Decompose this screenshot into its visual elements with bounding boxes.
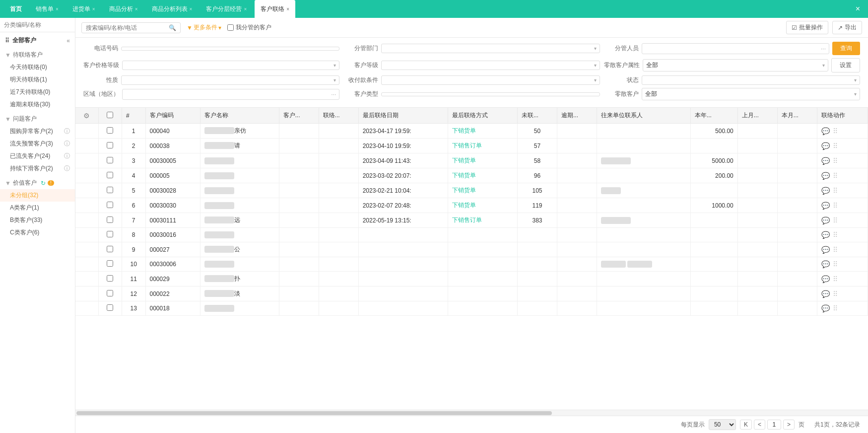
grid-action-icon-1[interactable]: ⠿ <box>833 142 838 150</box>
sidebar-item-declining[interactable]: 持续下滑客户(2) ⓘ <box>0 162 75 175</box>
contact-way-link-3[interactable]: 下销货单 <box>452 172 476 179</box>
close-customer-contact-icon[interactable]: × <box>286 6 289 12</box>
contact-way-link-1[interactable]: 下销售订单 <box>452 142 482 149</box>
customer-type-input[interactable] <box>381 92 600 96</box>
grid-action-icon-8[interactable]: ⠿ <box>833 246 838 254</box>
horizontal-scrollbar[interactable] <box>75 410 868 416</box>
row-last-way-12[interactable] <box>448 301 518 316</box>
chat-icon-5[interactable]: 💬 <box>821 202 830 210</box>
contact-way-link-0[interactable]: 下销货单 <box>452 127 476 134</box>
row-last-way-2[interactable]: 下销货单 <box>448 153 518 168</box>
region-input[interactable]: ··· <box>122 89 339 100</box>
tab-product-analysis-list[interactable]: 商品分析列表 × <box>146 0 199 18</box>
row-last-way-7[interactable] <box>448 228 518 242</box>
row-checkbox-input-2[interactable] <box>107 157 113 163</box>
grid-action-icon-5[interactable]: ⠿ <box>833 202 838 210</box>
sidebar-item-7days[interactable]: 近7天待联络(0) <box>0 86 75 98</box>
row-last-way-9[interactable] <box>448 257 518 272</box>
sidebar-item-churned[interactable]: 已流失客户(24) ⓘ <box>0 150 75 162</box>
row-last-way-1[interactable]: 下销售订单 <box>448 139 518 153</box>
row-checkbox-3[interactable] <box>98 168 122 183</box>
contact-way-link-4[interactable]: 下销货单 <box>452 187 476 194</box>
settings-icon[interactable]: ⚙ <box>83 112 90 120</box>
row-last-way-3[interactable]: 下销货单 <box>448 168 518 183</box>
row-checkbox-input-10[interactable] <box>107 275 113 282</box>
close-customer-stratification-icon[interactable]: × <box>244 6 247 12</box>
row-checkbox-8[interactable] <box>98 242 122 257</box>
home-tab[interactable]: 首页 <box>4 0 28 18</box>
sidebar-item-hoarding[interactable]: 囤购异常客户(2) ⓘ <box>0 125 75 138</box>
grid-action-icon-4[interactable]: ⠿ <box>833 187 838 195</box>
mine-checkbox[interactable] <box>227 24 234 31</box>
close-product-analysis-list-icon[interactable]: × <box>190 6 193 12</box>
row-checkbox-4[interactable] <box>98 183 122 198</box>
row-checkbox-7[interactable] <box>98 228 122 242</box>
row-checkbox-input-4[interactable] <box>107 187 113 193</box>
row-checkbox-0[interactable] <box>98 124 122 139</box>
chat-icon-2[interactable]: 💬 <box>821 157 830 165</box>
sidebar-item-churning[interactable]: 流失预警客户(3) ⓘ <box>0 138 75 150</box>
search-input[interactable] <box>86 24 167 31</box>
price-level-select[interactable]: ▾ <box>122 61 339 70</box>
scroll-thumb[interactable] <box>76 411 552 415</box>
grid-action-icon-0[interactable]: ⠿ <box>833 127 838 135</box>
chat-icon-9[interactable]: 💬 <box>821 260 830 268</box>
row-checkbox-9[interactable] <box>98 257 122 272</box>
row-last-way-8[interactable] <box>448 242 518 257</box>
dept-select[interactable]: ▾ <box>381 44 600 53</box>
row-checkbox-input-12[interactable] <box>107 304 113 311</box>
row-last-way-11[interactable] <box>448 287 518 301</box>
collapse-sidebar-icon[interactable]: « <box>67 37 70 44</box>
row-checkbox-input-5[interactable] <box>107 202 113 208</box>
row-checkbox-input-3[interactable] <box>107 172 113 178</box>
grid-action-icon-3[interactable]: ⠿ <box>833 172 838 180</box>
chat-icon-1[interactable]: 💬 <box>821 142 830 150</box>
grid-action-icon-7[interactable]: ⠿ <box>833 231 838 239</box>
tab-sales[interactable]: 销售单 × <box>30 0 65 18</box>
row-checkbox-10[interactable] <box>98 272 122 287</box>
row-last-way-0[interactable]: 下销货单 <box>448 124 518 139</box>
chat-icon-3[interactable]: 💬 <box>821 172 830 180</box>
row-checkbox-1[interactable] <box>98 139 122 153</box>
row-checkbox-input-7[interactable] <box>107 231 113 237</box>
row-checkbox-11[interactable] <box>98 287 122 301</box>
chat-icon-6[interactable]: 💬 <box>821 216 830 224</box>
more-conditions-btn[interactable]: ▼ 更多条件 ▾ <box>187 23 221 32</box>
grid-action-icon-10[interactable]: ⠿ <box>833 275 838 283</box>
close-sales-icon[interactable]: × <box>56 6 59 12</box>
batch-op-btn[interactable]: ☑ 批量操作 <box>786 21 828 34</box>
sidebar-item-a-class[interactable]: A类客户(1) <box>0 202 75 214</box>
query-btn[interactable]: 查询 <box>832 42 860 55</box>
phone-input[interactable] <box>121 47 339 51</box>
sidebar-item-ungroup[interactable]: 未分组(32) <box>0 189 75 202</box>
payment-select[interactable]: ▾ <box>381 75 600 85</box>
chat-icon-7[interactable]: 💬 <box>821 231 830 239</box>
contact-way-link-5[interactable]: 下销货单 <box>452 202 476 209</box>
grid-action-icon-2[interactable]: ⠿ <box>833 157 838 165</box>
sidebar-item-today[interactable]: 今天待联络(0) <box>0 61 75 73</box>
row-checkbox-input-11[interactable] <box>107 290 113 296</box>
sidebar-search-input[interactable] <box>4 21 75 28</box>
row-checkbox-5[interactable] <box>98 198 122 213</box>
chat-icon-4[interactable]: 💬 <box>821 187 830 195</box>
first-page-btn[interactable]: K <box>740 420 752 430</box>
row-checkbox-input-0[interactable] <box>107 127 113 134</box>
sidebar-item-overdue[interactable]: 逾期未联络(30) <box>0 98 75 111</box>
reset-btn[interactable]: 设置 <box>831 58 860 72</box>
refresh-icon[interactable]: ↻ <box>41 180 46 187</box>
export-btn[interactable]: ↗ 导出 <box>832 21 862 34</box>
chat-icon-10[interactable]: 💬 <box>821 275 830 283</box>
row-checkbox-6[interactable] <box>98 213 122 228</box>
th-settings[interactable]: ⚙ <box>75 108 98 124</box>
row-last-way-4[interactable]: 下销货单 <box>448 183 518 198</box>
row-checkbox-2[interactable] <box>98 153 122 168</box>
per-page-select[interactable]: 50 100 200 <box>709 419 736 430</box>
row-last-way-6[interactable]: 下销售订单 <box>448 213 518 228</box>
next-page-btn[interactable]: > <box>783 420 795 430</box>
tab-customer-stratification[interactable]: 客户分层经营 × <box>200 0 253 18</box>
tab-customer-contact[interactable]: 客户联络 × <box>255 0 295 18</box>
sidebar-all-customers[interactable]: ⠿ 全部客户 « <box>0 32 75 49</box>
contact-way-link-6[interactable]: 下销售订单 <box>452 216 482 223</box>
row-last-way-10[interactable] <box>448 272 518 287</box>
close-product-analysis-icon[interactable]: × <box>135 6 138 12</box>
